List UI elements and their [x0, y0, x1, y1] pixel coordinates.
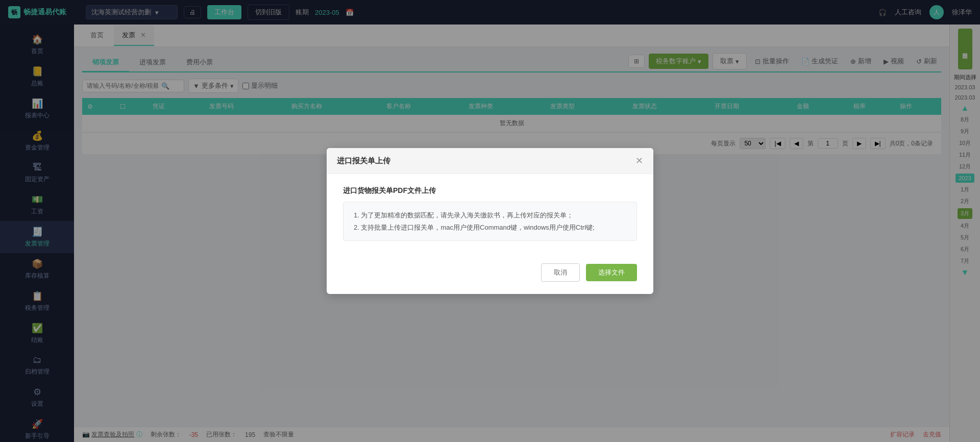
modal-body: 进口货物报关单PDF文件上传 1. 为了更加精准的数据匹配，请先录入海关缴款书，… — [327, 174, 653, 263]
modal-select-file-btn[interactable]: 选择文件 — [586, 264, 637, 281]
modal-close-btn[interactable]: ✕ — [635, 155, 643, 166]
modal-info-item-1: 1. 为了更加精准的数据匹配，请先录入海关缴款书，再上传对应的报关单； — [354, 209, 626, 221]
modal-info-item-2: 2. 支持批量上传进口报关单，mac用户使用Command键，windows用户… — [354, 222, 626, 233]
modal-info-box: 1. 为了更加精准的数据匹配，请先录入海关缴款书，再上传对应的报关单； 2. 支… — [343, 202, 637, 241]
modal-footer: 取消 选择文件 — [327, 263, 653, 294]
modal-title: 进口报关单上传 — [337, 156, 390, 166]
import-customs-modal: 进口报关单上传 ✕ 进口货物报关单PDF文件上传 1. 为了更加精准的数据匹配，… — [327, 148, 653, 294]
modal-section-title: 进口货物报关单PDF文件上传 — [343, 186, 637, 195]
modal-cancel-btn[interactable]: 取消 — [541, 263, 580, 282]
modal-header: 进口报关单上传 ✕ — [327, 148, 653, 174]
modal-overlay[interactable]: 进口报关单上传 ✕ 进口货物报关单PDF文件上传 1. 为了更加精准的数据匹配，… — [0, 0, 980, 442]
